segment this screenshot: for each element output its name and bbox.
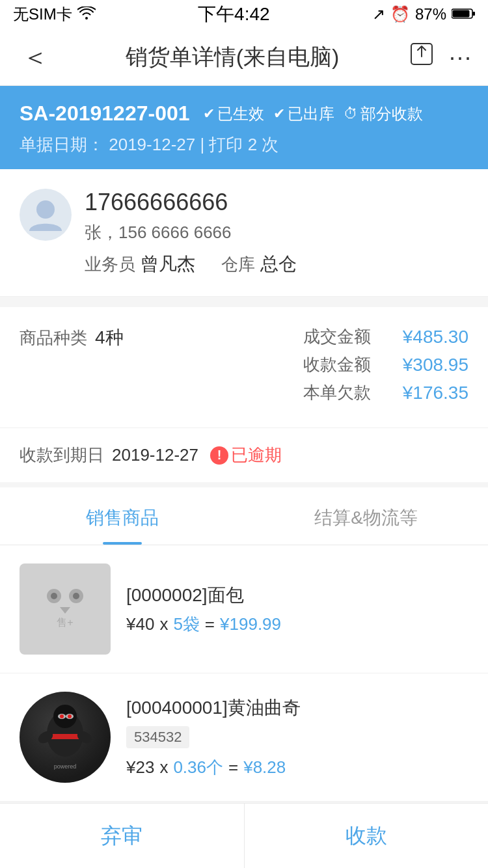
- customer-section: 17666666666 张，156 6666 6666 业务员 曾凡杰 仓库 总…: [0, 169, 488, 297]
- nav-bar: ＜ 销货单详情(来自电脑) ···: [0, 29, 488, 86]
- customer-info: 17666666666 张，156 6666 6666 业务员 曾凡杰 仓库 总…: [85, 189, 468, 277]
- product-price-0: ¥40 x 5袋 = ¥199.99: [126, 613, 468, 636]
- amount-value-1: ¥308.95: [390, 355, 468, 375]
- amount-row-1: 收款金额 ¥308.95: [303, 353, 468, 376]
- product-qty-1: 0.36个: [173, 756, 223, 779]
- collect-button[interactable]: 收款: [245, 804, 489, 868]
- product-item-1: powered [000400001]黄油曲奇 534532 ¥23 x 0.3…: [0, 673, 488, 802]
- customer-meta: 业务员 曾凡杰 仓库 总仓: [85, 252, 468, 277]
- product-price-1: ¥23 x 0.36个 = ¥8.28: [126, 756, 468, 779]
- tabs-section: 销售商品 结算&物流等: [0, 487, 488, 545]
- wifi-icon: [77, 5, 96, 23]
- summary-right: 成交金额 ¥485.30 收款金额 ¥308.95 本单欠款 ¥176.35: [303, 325, 468, 409]
- category-count: 4种: [95, 325, 124, 350]
- amount-value-2: ¥176.35: [390, 383, 468, 403]
- status-bar: 无SIM卡 下午4:42 ↗ ⏰ 87%: [0, 0, 488, 29]
- product-info-1: [000400001]黄油曲奇 534532 ¥23 x 0.36个 = ¥8.…: [126, 696, 468, 779]
- product-info-0: [0000002]面包 ¥40 x 5袋 = ¥199.99: [126, 583, 468, 636]
- svg-text:powered: powered: [54, 763, 77, 770]
- divider-1: [0, 297, 488, 307]
- svg-point-12: [60, 714, 64, 718]
- svg-rect-1: [472, 12, 475, 16]
- overdue-text: 已逾期: [231, 444, 282, 467]
- products-section: 售+ [0000002]面包 ¥40 x 5袋 = ¥199.99: [0, 545, 488, 802]
- salesperson-item: 业务员 曾凡杰: [85, 252, 195, 277]
- multiply-icon-1: x: [159, 757, 168, 778]
- battery-icon: [452, 5, 475, 23]
- equals-icon-1: =: [228, 757, 238, 778]
- more-button[interactable]: ···: [449, 44, 472, 71]
- product-thumb-0: 售+: [20, 563, 111, 655]
- order-date: 单据日期： 2019-12-27 | 打印 2 次: [20, 133, 468, 156]
- product-thumb-1: powered: [20, 692, 111, 783]
- clock-icon: ⏱: [344, 105, 358, 122]
- warehouse-label: 仓库: [221, 253, 255, 276]
- status-left: 无SIM卡: [13, 4, 96, 25]
- product-name-0: [0000002]面包: [126, 583, 468, 608]
- back-button[interactable]: ＜: [16, 39, 55, 75]
- tab-sales-items[interactable]: 销售商品: [0, 487, 244, 545]
- salesperson-name: 曾凡杰: [141, 252, 195, 277]
- status-time: 下午4:42: [198, 2, 270, 27]
- summary-left: 商品种类 4种: [20, 325, 124, 350]
- product-total-1: ¥8.28: [243, 757, 286, 778]
- svg-point-4: [36, 200, 55, 219]
- category-item: 商品种类 4种: [20, 325, 124, 350]
- product-item-0: 售+ [0000002]面包 ¥40 x 5袋 = ¥199.99: [0, 545, 488, 673]
- equals-icon-0: =: [205, 614, 215, 634]
- overdue-badge: ! 已逾期: [210, 444, 282, 467]
- customer-phone: 17666666666: [85, 189, 468, 216]
- check-icon-1: ✔: [203, 105, 215, 122]
- overdue-icon: !: [210, 446, 228, 465]
- svg-point-13: [68, 714, 72, 718]
- status-right: ↗ ⏰ 87%: [372, 5, 475, 23]
- share-button[interactable]: [410, 42, 433, 72]
- category-label: 商品种类: [20, 327, 87, 349]
- warehouse-name: 总仓: [260, 252, 297, 277]
- summary-section: 商品种类 4种 成交金额 ¥485.30 收款金额 ¥308.95 本单欠款 ¥…: [0, 307, 488, 428]
- product-price-text-1: ¥23: [126, 757, 154, 778]
- location-icon: ↗: [372, 5, 385, 23]
- salesperson-label: 业务员: [85, 253, 135, 276]
- due-section: 收款到期日 2019-12-27 ! 已逾期: [0, 428, 488, 487]
- customer-avatar: [20, 189, 72, 241]
- tab-settlement[interactable]: 结算&物流等: [244, 487, 488, 545]
- amount-row-0: 成交金额 ¥485.30: [303, 325, 468, 348]
- badge-shipped: ✔ 已出库: [273, 103, 334, 124]
- multiply-icon-0: x: [159, 614, 168, 634]
- product-name-1: [000400001]黄油曲奇: [126, 696, 468, 720]
- bottom-bar: 弃审 收款: [0, 803, 488, 868]
- order-header: SA-20191227-001 ✔ 已生效 ✔ 已出库 ⏱ 部分收款 单据日期：…: [0, 86, 488, 169]
- battery-text: 87%: [415, 5, 446, 23]
- alarm-icon: ⏰: [390, 5, 410, 23]
- order-id: SA-20191227-001: [20, 102, 190, 126]
- customer-alt-phone: 张，156 6666 6666: [85, 221, 468, 244]
- amount-label-1: 收款金额: [303, 353, 371, 376]
- badge-partial-payment: ⏱ 部分收款: [344, 103, 423, 124]
- product-qty-0: 5袋: [173, 613, 199, 636]
- amount-row-2: 本单欠款 ¥176.35: [303, 381, 468, 404]
- carrier-text: 无SIM卡: [13, 4, 72, 25]
- order-badges: ✔ 已生效 ✔ 已出库 ⏱ 部分收款: [203, 103, 423, 124]
- product-batch-1: 534532: [126, 726, 189, 748]
- product-price-text-0: ¥40: [126, 614, 154, 634]
- amount-label-0: 成交金额: [303, 325, 371, 348]
- due-date-value: 2019-12-27: [112, 445, 198, 465]
- svg-rect-2: [453, 10, 470, 18]
- warehouse-item: 仓库 总仓: [221, 252, 297, 277]
- amount-label-2: 本单欠款: [303, 381, 371, 404]
- nav-actions: ···: [410, 42, 472, 72]
- amount-value-0: ¥485.30: [390, 327, 468, 347]
- check-icon-2: ✔: [273, 105, 285, 122]
- product-total-0: ¥199.99: [220, 614, 281, 634]
- reject-button[interactable]: 弃审: [0, 804, 245, 868]
- page-title: 销货单详情(来自电脑): [126, 42, 340, 72]
- due-label: 收款到期日: [20, 444, 104, 467]
- badge-active: ✔ 已生效: [203, 103, 264, 124]
